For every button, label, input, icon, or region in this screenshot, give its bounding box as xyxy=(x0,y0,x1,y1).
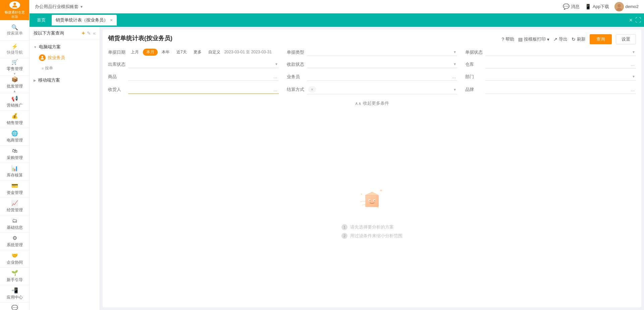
scheme-active-icon xyxy=(39,54,46,61)
collapse-btn[interactable]: ∧∧ 收起更多条件 xyxy=(355,100,389,106)
date-this-month-btn[interactable]: 本月 xyxy=(143,49,158,56)
dropdown-chevron-icon: ▾ xyxy=(80,4,83,9)
filter-department-item: 部门 ▾ xyxy=(465,73,636,81)
message-icon: 💬 xyxy=(563,3,570,10)
tab-active[interactable]: 销货单统计表（按业务员） × xyxy=(52,15,117,25)
sidebar-item-system[interactable]: ⚙ 系统管理 xyxy=(0,233,29,250)
search-menu-item[interactable]: 🔍 搜索菜单 xyxy=(0,20,29,41)
query-button[interactable]: 查询 xyxy=(590,34,612,44)
sidebar-item-newbie[interactable]: 🌱 新手引导 xyxy=(0,268,29,285)
sidebar-item-wechat[interactable]: 💬 企业微信 xyxy=(0,303,29,310)
mobile-scheme-group[interactable]: ▶ 移动端方案 xyxy=(30,75,100,85)
outstatus-control[interactable]: ▾ xyxy=(128,60,279,68)
paystatus-control[interactable]: ▾ xyxy=(307,60,458,68)
help-btn[interactable]: ? 帮助 xyxy=(501,36,514,42)
sidebar-item-enterprise[interactable]: 🤝 企业协同 xyxy=(0,250,29,268)
add-scheme-icon[interactable]: + xyxy=(82,30,85,36)
export-label: 导出 xyxy=(559,36,568,42)
quick-nav-item[interactable]: ⚡ 快捷导航 xyxy=(0,41,29,58)
app-subtitle: 标版 xyxy=(11,14,18,19)
sidebar-item-basic[interactable]: 🗂 基础信息 xyxy=(0,215,29,233)
brand-control[interactable]: ... xyxy=(485,86,636,94)
sub-item-icon: ≡ xyxy=(42,66,44,70)
sidebar-item-appcenter[interactable]: 📲 应用中心 xyxy=(0,285,29,303)
date-more-btn[interactable]: 更多 xyxy=(191,49,204,56)
sidebar-item-ecommerce[interactable]: 🌐 电商管理 xyxy=(0,128,29,146)
user-profile-btn[interactable]: demo2 xyxy=(614,2,639,11)
retail-icon: 🛒 xyxy=(11,59,18,65)
export-icon: ↗ xyxy=(553,37,557,42)
export-btn[interactable]: ↗ 导出 xyxy=(553,36,568,42)
tab-home[interactable]: 首页 xyxy=(32,15,50,25)
sidebar-item-marketing[interactable]: 📢 营销推广 xyxy=(0,93,29,111)
department-control[interactable]: ▾ xyxy=(485,73,636,81)
appcenter-label: 应用中心 xyxy=(7,295,23,300)
print-icon: ▤ xyxy=(518,37,523,42)
date-last-month-btn[interactable]: 上月 xyxy=(128,49,142,56)
filter-row-1: 单据日期 上月 本月 本年 近7天 更多 自定义 2023-03-01 至 20… xyxy=(108,48,636,56)
doctype-dropdown-icon: ▾ xyxy=(454,50,456,54)
doctype-control[interactable]: ▾ xyxy=(307,48,458,56)
step-2-num: 2 xyxy=(341,233,347,239)
print-btn[interactable]: ▤ 按模板打印 ▾ xyxy=(518,36,549,42)
scheme-item-salesperson[interactable]: 按业务员 xyxy=(30,52,100,63)
panel-header-actions: + ✎ « xyxy=(82,30,96,36)
app-download-btn[interactable]: 📱 App下载 xyxy=(585,4,609,10)
filter-settlement-item: 结算方式 × ▾ xyxy=(287,85,458,94)
desktop-scheme-group[interactable]: ▼ 电脑端方案 xyxy=(30,42,100,52)
sidebar-item-finance[interactable]: 💳 资金管理 xyxy=(0,180,29,198)
refresh-btn[interactable]: ↻ 刷新 xyxy=(572,36,586,42)
docstatus-control[interactable]: ▾ xyxy=(485,48,636,56)
date-this-year-btn[interactable]: 本年 xyxy=(159,49,172,56)
scheme-sub-item[interactable]: ≡ 按单 xyxy=(30,63,100,73)
empty-step-1: 1 请先选择要分析的方案 xyxy=(341,224,402,230)
consignee-label: 收货人 xyxy=(108,87,128,93)
tab-home-label: 首页 xyxy=(37,17,46,22)
salesperson-control[interactable]: ... xyxy=(307,72,458,81)
settlement-dropdown-icon: ▾ xyxy=(454,87,456,92)
window-expand-icon[interactable]: ⛶ xyxy=(635,17,641,24)
warehouse-control[interactable]: ... xyxy=(485,60,636,68)
finance-label: 资金管理 xyxy=(7,190,23,196)
phone-icon: 📱 xyxy=(585,4,591,10)
salesperson-label: 业务员 xyxy=(287,74,307,80)
sidebar-item-wholesale[interactable]: 📦 批发管理 ▲ xyxy=(0,76,29,93)
sidebar-item-retail[interactable]: 🛒 零售管理 ▾ xyxy=(0,58,29,76)
basic-label: 基础信息 xyxy=(7,225,23,230)
window-close-icon[interactable]: × xyxy=(629,17,633,24)
settlement-clear-icon[interactable]: × xyxy=(311,87,314,92)
date-range-text: 2023-03-01 至 2023-03-31 xyxy=(224,49,272,55)
sidebar-item-inventory[interactable]: 📊 库存核算 xyxy=(0,163,29,180)
sidebar-item-ops[interactable]: 📈 经营管理 xyxy=(0,198,29,215)
group-arrow-icon: ▼ xyxy=(34,45,37,49)
settings-button[interactable]: 设置 xyxy=(616,34,636,44)
top-bar-left: 办公用品行业模拟账套 ▾ xyxy=(35,4,83,10)
account-dropdown[interactable]: ▾ xyxy=(80,4,83,9)
refresh-label: 刷新 xyxy=(577,36,586,42)
message-btn[interactable]: 💬 消息 xyxy=(563,3,580,10)
svg-text:✦: ✦ xyxy=(360,193,363,196)
avatar xyxy=(614,2,624,11)
system-label: 系统管理 xyxy=(7,242,23,248)
sidebar-item-sales[interactable]: 💰 销售管理 xyxy=(0,111,29,128)
outstatus-label: 出库状态 xyxy=(108,61,128,67)
right-panel: 销货单统计表(按业务员) ? 帮助 ▤ 按模板打印 ▾ ↗ 导出 xyxy=(103,30,641,307)
collapse-label: 收起更多条件 xyxy=(363,100,389,106)
filter-paystatus-item: 收款状态 ▾ xyxy=(287,60,458,68)
panel-header-label: 按以下方案查询 xyxy=(34,30,64,36)
tab-close-icon[interactable]: × xyxy=(110,18,113,22)
enterprise-label: 企业协同 xyxy=(7,260,23,265)
date-custom-btn[interactable]: 自定义 xyxy=(206,49,223,56)
sidebar-item-purchase[interactable]: 🛍 采购管理 xyxy=(0,146,29,163)
goods-control[interactable]: ... xyxy=(128,72,279,81)
settlement-control[interactable]: × ▾ xyxy=(307,85,458,94)
collapse-panel-icon[interactable]: « xyxy=(93,31,96,36)
date-7days-btn[interactable]: 近7天 xyxy=(174,49,190,56)
desktop-scheme-section: ▼ 电脑端方案 按业务员 ≡ 按单 xyxy=(30,40,100,75)
paystatus-label: 收款状态 xyxy=(287,61,307,67)
ops-icon: 📈 xyxy=(11,200,18,206)
user-name: demo2 xyxy=(625,4,639,9)
paystatus-dropdown-icon: ▾ xyxy=(454,62,456,66)
edit-scheme-icon[interactable]: ✎ xyxy=(87,31,91,36)
consignee-control[interactable]: ... xyxy=(128,86,279,94)
